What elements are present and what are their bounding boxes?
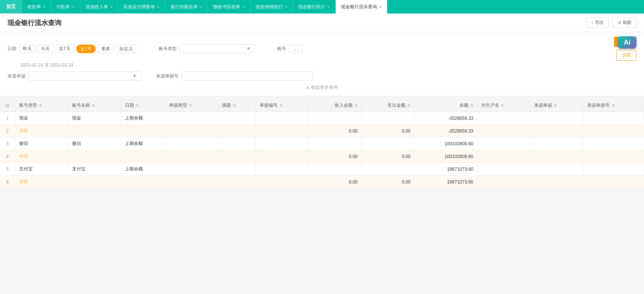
close-icon[interactable]: ×	[242, 4, 245, 9]
col-doc-no-label: 单据编号	[260, 103, 278, 108]
account-type-label: 账号类型	[159, 46, 177, 52]
cell-income	[309, 163, 362, 176]
account-type-select[interactable]: ▼	[180, 44, 255, 53]
date-yesterday-btn[interactable]: 昨天	[20, 45, 35, 53]
close-icon[interactable]: ×	[110, 4, 113, 9]
cell-account-name: 支付宝	[68, 163, 121, 176]
col-source-doc: 来源单据 ⇅	[530, 99, 583, 112]
nav-tab-4[interactable]: 银行存取款单 ×	[165, 0, 208, 13]
page-title: 现金银行流水查询	[8, 18, 62, 27]
col-source-doc-label: 来源单据	[534, 103, 552, 108]
col-income-label: 收入金额	[335, 103, 353, 108]
filter-row-2: 来源单据 ▼ 来源单据号	[8, 72, 636, 81]
source-doc-label: 来源单据	[8, 73, 26, 79]
close-icon[interactable]: ×	[379, 4, 381, 9]
cell-doc-no	[256, 112, 309, 125]
filter-row-1: 日期 昨天 今天 近7天 近1月 更多 自定义 账号类型 ▼ 账号 ...	[8, 37, 636, 61]
cell-counterparty	[477, 137, 530, 150]
sort-icon[interactable]: ⇅	[279, 103, 282, 107]
cell-doc-type	[165, 150, 218, 163]
nav-tab-1[interactable]: 付款单 ×	[51, 0, 80, 13]
cell-account-name	[68, 125, 121, 137]
close-icon[interactable]: ×	[327, 4, 330, 9]
sort-icon[interactable]: ⇅	[407, 103, 410, 107]
close-icon[interactable]: ×	[72, 4, 74, 9]
date-7days-btn[interactable]: 近7天	[56, 45, 74, 53]
cell-doc-no	[256, 125, 309, 137]
cell-doc-type	[165, 137, 218, 150]
sort-icon[interactable]: ⇅	[554, 103, 557, 107]
cell-summary	[218, 163, 256, 176]
cell-doc-no	[256, 163, 309, 176]
cell-summary	[218, 150, 256, 163]
chevron-down-icon: ▼	[132, 73, 137, 79]
cell-income	[309, 137, 362, 150]
date-1month-btn[interactable]: 近1月	[76, 45, 96, 53]
close-icon[interactable]: ×	[200, 4, 202, 9]
close-icon[interactable]: ×	[285, 4, 287, 9]
table-row: 5支付宝支付宝上期余额19871073.60	[0, 163, 644, 176]
close-icon[interactable]: ×	[43, 4, 45, 9]
cell-summary	[218, 112, 256, 125]
sort-icon[interactable]: ⇅	[612, 103, 615, 107]
sort-icon[interactable]: ⇅	[136, 103, 139, 107]
cell-expense: 0.00	[362, 150, 414, 163]
nav-home[interactable]: 首页	[0, 0, 22, 13]
gear-icon[interactable]: ⚙	[5, 103, 10, 109]
filter-area: 日期 昨天 今天 近7天 近1月 更多 自定义 账号类型 ▼ 账号 ...	[0, 32, 644, 96]
cell-source-doc-no	[583, 112, 644, 125]
settings-button[interactable]: 设置	[616, 50, 636, 61]
source-doc-no-input[interactable]	[182, 72, 313, 81]
account-filter-group: 账号 ...	[277, 45, 303, 53]
date-custom-btn[interactable]: 自定义	[116, 45, 136, 53]
cell-source-doc	[530, 137, 583, 150]
cell-doc-type	[165, 163, 218, 176]
col-balance-label: 余额	[459, 103, 468, 108]
sort-icon[interactable]: ⇅	[470, 103, 473, 107]
refresh-button[interactable]: ↺ 刷新	[612, 17, 636, 28]
row-index: 3	[0, 137, 15, 150]
cell-source-doc-no	[583, 137, 644, 150]
table-wrapper: ⚙ 账号类型 ⇅ 账号名称 ⇅ 日期 ⇅ 单据类型 ⇅	[0, 99, 644, 188]
col-expense: 支出金额 ⇅	[362, 99, 414, 112]
export-button[interactable]: ↑ 导出	[586, 17, 609, 28]
nav-tab-0[interactable]: 收款单 ×	[22, 0, 51, 13]
table-row: 1现金现金上期余额-3528659.33	[0, 112, 644, 125]
account-type-filter-group: 账号类型 ▼	[159, 44, 255, 53]
cell-expense: 0.00	[362, 125, 414, 137]
nav-tab-5[interactable]: 预收冲应收单 ×	[208, 0, 250, 13]
nav-tab-7[interactable]: 现金银行统计 ×	[293, 0, 335, 13]
date-shortcuts: 昨天 今天 近7天 近1月 更多 自定义	[20, 45, 136, 53]
date-more-btn[interactable]: 更多	[98, 45, 114, 53]
ai-badge[interactable]: Ai	[618, 36, 636, 49]
cell-doc-type	[165, 125, 218, 137]
cell-income: 0.00	[309, 150, 362, 163]
cell-account-type: 支付宝	[15, 163, 68, 176]
col-summary: 摘要 ⇅	[218, 99, 256, 112]
collapse-bar[interactable]: ∧ 收起更多条件	[8, 82, 636, 91]
close-icon[interactable]: ×	[157, 4, 159, 9]
nav-tab-3[interactable]: 应收应付调整单 ×	[118, 0, 165, 13]
sort-icon[interactable]: ⇅	[354, 103, 357, 107]
cell-income	[309, 112, 362, 125]
cell-source-doc	[530, 176, 583, 188]
date-filter-group: 日期 昨天 今天 近7天 近1月 更多 自定义	[8, 45, 136, 53]
col-account-type-label: 账号类型	[19, 103, 37, 108]
sort-icon[interactable]: ⇅	[501, 103, 504, 107]
sort-icon[interactable]: ⇅	[39, 103, 42, 107]
col-date-label: 日期	[125, 103, 134, 108]
account-dots-btn[interactable]: ...	[289, 45, 303, 53]
source-doc-no-group: 来源单据号	[156, 72, 313, 81]
sort-icon[interactable]: ⇅	[233, 103, 236, 107]
nav-tab-2[interactable]: 其他收入单 ×	[80, 0, 118, 13]
nav-tab-6[interactable]: 收款核销执行 ×	[251, 0, 293, 13]
sort-icon[interactable]: ⇅	[189, 103, 192, 107]
sort-icon[interactable]: ⇅	[92, 103, 95, 107]
col-date: 日期 ⇅	[121, 99, 165, 112]
source-doc-select[interactable]: ▼	[29, 72, 141, 81]
cell-doc-no	[256, 150, 309, 163]
source-doc-group: 来源单据 ▼	[8, 72, 141, 81]
cell-source-doc-no	[583, 163, 644, 176]
date-today-btn[interactable]: 今天	[38, 45, 53, 53]
nav-tab-8[interactable]: 现金银行流水查询 ×	[336, 0, 387, 13]
